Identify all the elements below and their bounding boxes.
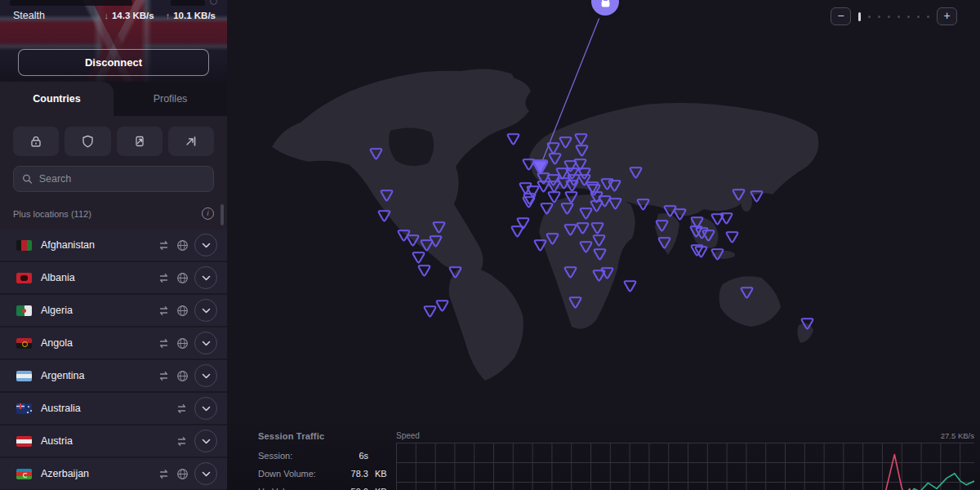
sidebar: Stealth ↓ 14.3 KB/s ↑ 10.1 KB/s Disconne… <box>0 0 227 490</box>
server-marker[interactable] <box>368 147 384 161</box>
expand-country-button[interactable] <box>194 364 217 387</box>
download-speed: ↓ 14.3 KB/s <box>104 11 154 20</box>
server-marker[interactable] <box>431 220 447 234</box>
server-marker[interactable] <box>545 232 560 246</box>
download-arrow-icon: ↓ <box>104 11 109 20</box>
p2p-filter-button[interactable] <box>117 127 163 156</box>
search-input[interactable] <box>39 173 205 185</box>
expand-country-button[interactable] <box>194 462 217 485</box>
server-marker[interactable] <box>589 199 604 213</box>
tab-countries[interactable]: Countries <box>0 82 114 116</box>
server-marker[interactable] <box>654 219 670 233</box>
swap-arrows-icon[interactable] <box>158 469 171 479</box>
server-marker[interactable] <box>510 225 525 238</box>
plus-locations-label: Plus locations (112) <box>13 209 195 219</box>
expand-country-button[interactable] <box>194 266 217 289</box>
server-marker[interactable] <box>428 234 443 248</box>
server-marker[interactable] <box>710 247 725 261</box>
server-marker[interactable] <box>635 198 651 212</box>
chevron-down-icon <box>202 275 211 281</box>
expand-country-button[interactable] <box>194 234 217 256</box>
globe-icon[interactable] <box>176 239 189 252</box>
swap-arrows-icon[interactable] <box>176 436 189 447</box>
country-row[interactable]: Austria <box>0 425 227 458</box>
zoom-slider-thumb[interactable] <box>858 12 861 21</box>
country-row[interactable]: Angola <box>0 327 227 360</box>
swap-arrows-icon[interactable] <box>158 240 171 251</box>
secure-core-filter-button[interactable] <box>13 127 59 156</box>
country-row[interactable]: Afghanistan <box>0 229 227 262</box>
zoom-slider[interactable] <box>858 12 929 21</box>
server-marker[interactable] <box>693 245 709 259</box>
server-marker[interactable] <box>574 144 590 158</box>
server-marker[interactable] <box>628 166 644 180</box>
expand-country-button[interactable] <box>194 430 217 452</box>
country-flag <box>16 403 32 414</box>
server-marker[interactable] <box>559 202 575 216</box>
server-marker[interactable] <box>422 305 438 318</box>
country-flag <box>16 305 32 316</box>
expand-country-button[interactable] <box>194 299 217 322</box>
country-name: Algeria <box>41 305 158 316</box>
tab-profiles[interactable]: Profiles <box>114 82 227 116</box>
server-marker[interactable] <box>379 189 394 203</box>
speed-chart-title: Speed <box>396 431 420 440</box>
connected-server-marker[interactable] <box>530 158 550 175</box>
server-marker[interactable] <box>731 188 746 202</box>
expand-country-button[interactable] <box>194 397 217 420</box>
lock-icon <box>599 0 612 8</box>
app-window: − + Session Traffic Session:6sDown Volum… <box>0 0 980 490</box>
server-marker[interactable] <box>448 265 463 279</box>
country-row[interactable]: Azerbaijan <box>0 458 227 490</box>
country-row[interactable]: Australia <box>0 393 227 425</box>
server-marker[interactable] <box>416 264 432 278</box>
server-marker[interactable] <box>539 202 555 216</box>
server-marker[interactable] <box>575 221 590 235</box>
server-marker[interactable] <box>411 251 426 265</box>
server-marker[interactable] <box>657 236 672 250</box>
country-name: Azerbaijan <box>41 468 158 479</box>
server-marker[interactable] <box>563 265 578 279</box>
search-box[interactable] <box>13 166 214 192</box>
server-marker[interactable] <box>376 209 392 223</box>
server-marker[interactable] <box>608 197 623 211</box>
list-scrollbar-thumb[interactable] <box>220 204 224 225</box>
server-marker[interactable] <box>506 132 521 146</box>
globe-icon[interactable] <box>176 305 189 317</box>
globe-icon[interactable] <box>176 370 189 382</box>
country-row[interactable]: Albania <box>0 262 227 295</box>
swap-arrows-icon[interactable] <box>158 371 171 381</box>
server-marker[interactable] <box>592 247 608 261</box>
country-row[interactable]: Algeria <box>0 295 227 327</box>
netshield-filter-button[interactable] <box>65 127 110 156</box>
server-marker[interactable] <box>558 136 573 149</box>
swap-arrows-icon[interactable] <box>158 305 171 316</box>
server-marker[interactable] <box>568 296 583 310</box>
info-icon[interactable] <box>210 0 217 5</box>
server-marker[interactable] <box>607 179 622 193</box>
globe-icon[interactable] <box>176 337 189 350</box>
globe-icon[interactable] <box>176 468 189 480</box>
server-marker[interactable] <box>622 279 638 293</box>
expand-country-button[interactable] <box>194 332 217 354</box>
swap-arrows-icon[interactable] <box>176 403 189 414</box>
swap-arrows-icon[interactable] <box>158 273 171 283</box>
server-marker[interactable] <box>800 317 815 331</box>
sidebar-tabs: Countries Profiles <box>0 82 227 116</box>
zoom-out-button[interactable]: − <box>831 7 851 25</box>
server-marker[interactable] <box>724 230 740 244</box>
server-marker[interactable] <box>521 195 537 209</box>
zoom-in-button[interactable]: + <box>937 7 957 25</box>
server-marker[interactable] <box>719 212 734 225</box>
disconnect-button[interactable]: Disconnect <box>18 49 209 76</box>
tor-filter-button[interactable] <box>168 127 214 156</box>
server-marker[interactable] <box>739 286 755 300</box>
server-marker[interactable] <box>672 207 688 221</box>
swap-arrows-icon[interactable] <box>158 338 171 349</box>
server-marker[interactable] <box>749 189 764 203</box>
server-marker[interactable] <box>701 229 716 243</box>
info-icon[interactable]: i <box>202 207 214 220</box>
country-row[interactable]: Argentina <box>0 360 227 393</box>
server-marker[interactable] <box>599 266 615 280</box>
globe-icon[interactable] <box>176 272 189 284</box>
